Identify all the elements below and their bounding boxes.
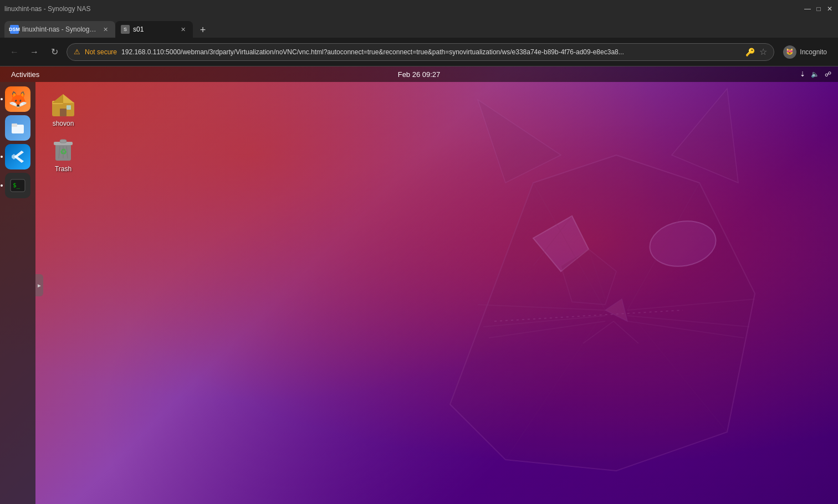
- running-indicator: [1, 98, 3, 100]
- tab1-favicon: DSM: [10, 25, 19, 34]
- minimize-button[interactable]: —: [804, 5, 811, 13]
- trash-icon-label: Trash: [55, 165, 71, 173]
- side-panel-hint[interactable]: ►: [35, 274, 43, 296]
- files-icon: [10, 120, 25, 136]
- activities-button[interactable]: Activities: [7, 69, 44, 80]
- desktop-icon-home[interactable]: shovon: [41, 88, 85, 131]
- forward-button[interactable]: →: [27, 44, 42, 60]
- gnome-topbar: Activities Feb 26 09:27 ⇣ 🔈 ☍: [0, 66, 838, 82]
- vscode-icon: [9, 148, 26, 165]
- title-bar: linuxhint-nas - Synology NAS — □ ✕: [0, 0, 838, 18]
- svg-rect-38: [60, 140, 67, 143]
- tab2-favicon: S: [121, 25, 130, 34]
- reload-button[interactable]: ↻: [47, 44, 62, 60]
- profile-area[interactable]: 😻 Incognito: [779, 43, 831, 61]
- close-button[interactable]: ✕: [826, 5, 834, 13]
- svg-marker-33: [52, 94, 63, 103]
- window-controls: — □ ✕: [804, 5, 834, 13]
- tab2-label: s01: [133, 25, 175, 33]
- network-icon: ⇣: [800, 70, 805, 78]
- tab-s01[interactable]: S s01 ✕: [115, 21, 193, 38]
- gnome-dock: 🦊: [0, 82, 35, 504]
- url-bar[interactable]: ⚠ Not secure 192.168.0.110:5000/webman/3…: [67, 43, 774, 61]
- svg-rect-35: [67, 105, 71, 110]
- firefox-icon: 🦊: [8, 90, 28, 109]
- home-icon-label: shovon: [53, 120, 74, 127]
- clock-display: Feb 26 09:27: [398, 70, 441, 79]
- tab1-label: linuxhint-nas - Synology NAS: [22, 25, 98, 33]
- desktop-icon-trash[interactable]: ♻ Trash: [41, 133, 85, 176]
- vnc-desktop[interactable]: Activities Feb 26 09:27 ⇣ 🔈 ☍ 🦊: [0, 66, 838, 504]
- back-button[interactable]: ←: [7, 44, 22, 60]
- svg-text:$_: $_: [13, 182, 21, 189]
- not-secure-label: Not secure: [85, 48, 117, 56]
- dock-terminal[interactable]: $_: [5, 173, 30, 198]
- chevron-right-icon: ►: [37, 282, 42, 289]
- system-tray: ⇣ 🔈 ☍: [800, 70, 831, 78]
- vscode-running-indicator: [1, 156, 3, 158]
- key-icon: 🔑: [745, 48, 755, 56]
- incognito-avatar: 😻: [783, 45, 796, 59]
- tab2-close-button[interactable]: ✕: [178, 25, 187, 34]
- tab1-close-button[interactable]: ✕: [101, 25, 110, 34]
- incognito-label: Incognito: [800, 48, 827, 56]
- svg-rect-25: [12, 124, 17, 127]
- tab1-title: linuxhint-nas - Synology NAS: [4, 5, 90, 13]
- main-content: Activities Feb 26 09:27 ⇣ 🔈 ☍ 🦊: [0, 66, 838, 504]
- terminal-running-indicator: [1, 184, 3, 187]
- trash-icon: ♻: [50, 136, 76, 163]
- new-tab-button[interactable]: +: [195, 22, 211, 38]
- dock-vscode[interactable]: [5, 144, 30, 169]
- maximize-button[interactable]: □: [815, 5, 822, 13]
- browser-window: linuxhint-nas - Synology NAS — □ ✕ DSM l…: [0, 0, 838, 504]
- svg-rect-34: [60, 109, 67, 116]
- address-bar: ← → ↻ ⚠ Not secure 192.168.0.110:5000/we…: [0, 38, 838, 66]
- dock-files[interactable]: [5, 115, 30, 141]
- tab-bar: DSM linuxhint-nas - Synology NAS ✕ S s01…: [0, 18, 838, 38]
- bookmark-icon[interactable]: ☆: [759, 47, 767, 57]
- home-folder-icon: [50, 91, 76, 117]
- volume-icon: 🔈: [811, 70, 819, 78]
- battery-icon: ☍: [825, 70, 831, 78]
- terminal-icon: $_: [9, 177, 26, 194]
- url-text: 192.168.0.110:5000/webman/3rdparty/Virtu…: [121, 48, 741, 56]
- desktop-icons: shovon ♻: [35, 82, 838, 504]
- tab-synology[interactable]: DSM linuxhint-nas - Synology NAS ✕: [4, 21, 115, 38]
- security-icon: ⚠: [74, 48, 80, 56]
- dock-firefox[interactable]: 🦊: [5, 86, 30, 112]
